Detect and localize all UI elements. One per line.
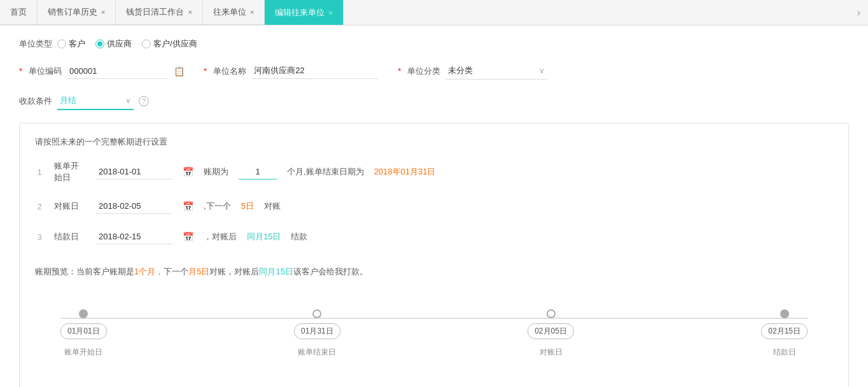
- row-3-desc-suffix: 结款: [291, 231, 307, 243]
- timeline-circle-1: [312, 309, 321, 318]
- timeline-node-0: 01月01日 账单开始日: [60, 309, 107, 358]
- row-2-date-input[interactable]: [96, 199, 172, 214]
- row-1-number: 1: [35, 167, 44, 177]
- tab-partner-label: 往来单位: [213, 6, 246, 18]
- tab-edit-partner-label: 编辑往来单位: [275, 7, 325, 18]
- close-sales-history-icon[interactable]: ×: [101, 8, 105, 16]
- timeline-node-1: 01月31日 账单结束日: [294, 309, 340, 358]
- radio-customer-label: 客户: [69, 38, 85, 50]
- unit-type-radio-group: 客户 供应商 客户/供应商: [57, 38, 197, 50]
- timeline-nodes: 01月01日 账单开始日 01月31日 账单结束日 02月05日 对账日 02月…: [60, 309, 808, 358]
- row-2-desc-highlight: 5日: [241, 201, 254, 212]
- unit-category-chevron-icon: ∨: [539, 66, 545, 75]
- unit-type-label: 单位类型: [19, 38, 52, 50]
- timeline-circle-3: [780, 309, 789, 318]
- row-3-calendar-icon[interactable]: 📅: [183, 232, 193, 242]
- row-1-period-input[interactable]: [239, 164, 277, 179]
- unit-name-field: * 单位名称: [204, 64, 379, 79]
- unit-name-input[interactable]: [251, 64, 379, 79]
- radio-both-label: 客户/供应商: [153, 38, 197, 50]
- row-2-desc-prefix: ,下一个: [204, 201, 231, 212]
- unit-category-label: 单位分类: [407, 66, 440, 77]
- preview-after: 对账，对账后: [209, 267, 259, 276]
- preview-mid: 下一个: [164, 267, 188, 276]
- timeline-badge-3: 02月15日: [761, 323, 808, 339]
- row-3-date-input[interactable]: [96, 229, 172, 244]
- setting-row-1: 1 账单开始日 📅 账期为 个月,账单结束日期为 2018年01月31日: [35, 160, 833, 183]
- tab-cash-work[interactable]: 钱货日清工作台 ×: [116, 0, 202, 25]
- code-name-category-row: * 单位编码 📋 * 单位名称 * 单位分类 未分类 ∨: [19, 62, 849, 80]
- row-2-number: 2: [35, 202, 44, 211]
- preview-suffix: 该客户会给我打款。: [293, 267, 368, 276]
- unit-code-input[interactable]: [67, 64, 169, 79]
- unit-type-row: 单位类型 客户 供应商 客户/供应商: [19, 38, 849, 50]
- unit-code-calendar-icon[interactable]: 📋: [174, 66, 185, 76]
- unit-name-star: *: [204, 66, 207, 76]
- main-content: 单位类型 客户 供应商 客户/供应商 * 单位编码: [0, 25, 868, 387]
- unit-category-field: * 单位分类 未分类 ∨: [398, 62, 547, 80]
- tab-home-label: 首页: [10, 6, 27, 18]
- tab-partner[interactable]: 往来单位 ×: [203, 0, 265, 25]
- tab-cash-work-label: 钱货日清工作台: [126, 6, 184, 18]
- close-cash-work-icon[interactable]: ×: [188, 8, 192, 16]
- setting-row-3: 3 结款日 📅 ，对账后同月15日结款: [35, 229, 833, 244]
- unit-category-select[interactable]: 未分类 ∨: [445, 62, 547, 80]
- unit-type-field: 单位类型 客户 供应商 客户/供应商: [19, 38, 197, 50]
- radio-supplier-circle: [95, 39, 104, 48]
- timeline-node-3: 02月15日 结款日: [761, 309, 808, 358]
- preview-period: 1个月，: [134, 267, 164, 276]
- payment-condition-select[interactable]: 月结 ∨: [57, 92, 134, 110]
- setting-row-2: 2 对账日 📅 ,下一个5日对账: [35, 199, 833, 214]
- unit-name-label: 单位名称: [213, 66, 246, 77]
- timeline-circle-2: [547, 309, 556, 318]
- unit-code-label: 单位编码: [29, 66, 62, 77]
- radio-both[interactable]: 客户/供应商: [142, 38, 197, 50]
- preview-day-highlight: 月5日: [188, 267, 209, 276]
- timeline-label-1: 账单结束日: [298, 347, 336, 358]
- row-1-label: 账单开始日: [54, 160, 86, 183]
- row-3-desc-prefix: ，对账后: [204, 231, 237, 243]
- timeline: 01月01日 账单开始日 01月31日 账单结束日 02月05日 对账日 02月…: [35, 297, 833, 377]
- preview-text: 账期预览：当前客户账期是1个月，下一个月5日对账，对账后同月15日该客户会给我打…: [35, 260, 833, 278]
- timeline-label-3: 结款日: [773, 347, 796, 358]
- row-1-date-input[interactable]: [96, 164, 172, 179]
- close-partner-icon[interactable]: ×: [250, 8, 254, 16]
- close-edit-partner-icon[interactable]: ×: [328, 9, 332, 17]
- timeline-circle-0: [79, 309, 88, 318]
- radio-both-circle: [142, 39, 151, 48]
- unit-code-field: * 单位编码 📋: [19, 64, 185, 79]
- tab-home[interactable]: 首页: [0, 0, 38, 25]
- tab-more-button[interactable]: ›: [850, 0, 868, 25]
- row-2-calendar-icon[interactable]: 📅: [183, 201, 193, 211]
- radio-supplier[interactable]: 供应商: [95, 38, 132, 50]
- payment-condition-row: 收款条件 月结 ∨ ?: [19, 92, 849, 110]
- row-2-label: 对账日: [54, 201, 86, 212]
- radio-customer-circle: [57, 39, 66, 48]
- settings-title: 请按照未来的一个完整帐期进行设置: [35, 136, 833, 148]
- timeline-label-2: 对账日: [540, 347, 563, 358]
- timeline-badge-0: 01月01日: [60, 323, 107, 339]
- tab-bar: 首页 销售订单历史 × 钱货日清工作台 × 往来单位 × 编辑往来单位 × ›: [0, 0, 868, 25]
- timeline-node-2: 02月05日 对账日: [528, 309, 574, 358]
- tab-edit-partner[interactable]: 编辑往来单位 ×: [265, 0, 343, 25]
- timeline-badge-1: 01月31日: [294, 323, 340, 339]
- row-1-period-unit: 个月,账单结束日期为: [287, 166, 364, 178]
- tab-sales-history[interactable]: 销售订单历史 ×: [38, 0, 116, 25]
- row-2-desc-suffix: 对账: [264, 201, 281, 212]
- unit-code-star: *: [19, 66, 22, 76]
- row-1-end-date: 2018年01月31日: [374, 166, 436, 178]
- payment-condition-value: 月结: [60, 95, 123, 106]
- settings-box: 请按照未来的一个完整帐期进行设置 1 账单开始日 📅 账期为 个月,账单结束日期…: [19, 123, 849, 387]
- row-1-period-label: 账期为: [204, 166, 228, 178]
- row-3-label: 结款日: [54, 231, 86, 243]
- radio-customer[interactable]: 客户: [57, 38, 85, 50]
- timeline-badge-2: 02月05日: [528, 323, 574, 339]
- preview-prefix: 账期预览：当前客户账期是: [35, 267, 134, 276]
- payment-condition-chevron-icon: ∨: [125, 96, 131, 105]
- timeline-label-0: 账单开始日: [64, 347, 102, 358]
- payment-help-icon[interactable]: ?: [139, 96, 149, 106]
- row-1-calendar-icon[interactable]: 📅: [183, 167, 193, 177]
- unit-category-value: 未分类: [448, 65, 536, 76]
- unit-category-star: *: [398, 66, 401, 76]
- preview-pay-highlight: 同月15日: [259, 267, 293, 276]
